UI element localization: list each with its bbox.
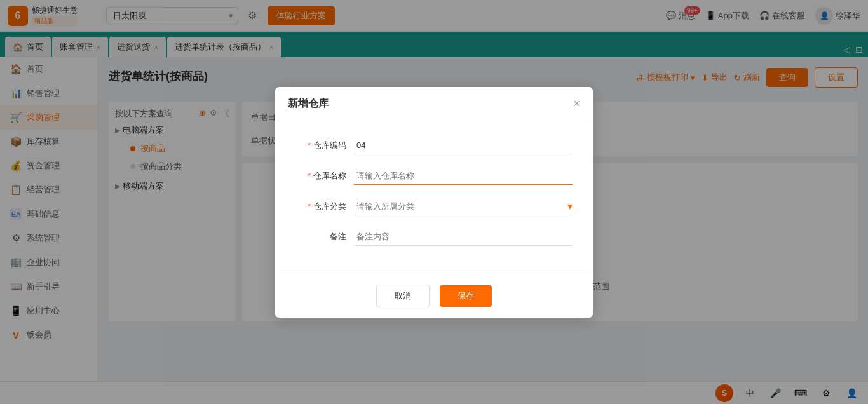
warehouse-category-wrap[interactable]: ▾ (354, 198, 573, 215)
warehouse-remark-row: 备注 (295, 228, 573, 246)
warehouse-name-label: 仓库名称 (295, 170, 346, 182)
modal-header: 新增仓库 × (275, 87, 593, 121)
modal-title: 新增仓库 (288, 97, 329, 111)
warehouse-name-row: 仓库名称 (295, 167, 573, 185)
warehouse-remark-input[interactable] (354, 228, 573, 246)
new-warehouse-modal: 新增仓库 × 仓库编码 仓库名称 仓库分类 ▾ (275, 87, 593, 318)
warehouse-category-row: 仓库分类 ▾ (295, 198, 573, 215)
cancel-button[interactable]: 取消 (376, 285, 430, 307)
warehouse-code-row: 仓库编码 (295, 137, 573, 154)
warehouse-name-input[interactable] (354, 167, 573, 185)
category-dropdown-icon: ▾ (567, 200, 573, 212)
modal-close-button[interactable]: × (573, 98, 580, 109)
warehouse-code-input[interactable] (354, 137, 573, 154)
warehouse-category-label: 仓库分类 (295, 201, 346, 212)
warehouse-category-input[interactable] (354, 198, 567, 215)
save-button[interactable]: 保存 (440, 285, 492, 307)
modal-overlay[interactable]: 新增仓库 × 仓库编码 仓库名称 仓库分类 ▾ (0, 0, 868, 404)
modal-footer: 取消 保存 (275, 274, 593, 318)
warehouse-remark-label: 备注 (295, 231, 346, 243)
modal-body: 仓库编码 仓库名称 仓库分类 ▾ 备注 (275, 121, 593, 274)
warehouse-code-label: 仓库编码 (295, 140, 346, 151)
